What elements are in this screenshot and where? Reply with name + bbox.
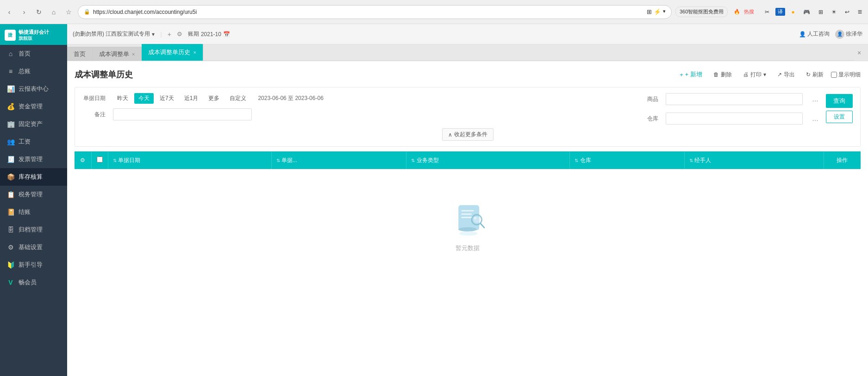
th-checkbox[interactable]	[91, 151, 108, 169]
sidebar-item-invoice[interactable]: 🧾 发票管理	[0, 150, 67, 168]
date-range: 2023-06-06 至 2023-06-06	[258, 94, 323, 102]
refresh-btn[interactable]: ↻ 刷新	[802, 69, 827, 81]
gamepad-icon[interactable]: 🎮	[801, 7, 812, 17]
ledger-icon: ≡	[6, 68, 15, 75]
company-dropdown-icon[interactable]: ▾	[152, 31, 155, 38]
logo-icon: 捷	[5, 30, 16, 41]
note-label: 备注	[82, 111, 106, 119]
chevron-down-icon[interactable]: ▾	[663, 8, 666, 15]
th-number[interactable]: ⇅ 单据...	[271, 151, 406, 169]
warehouse-more-icon[interactable]: …	[810, 115, 820, 122]
scissors-icon[interactable]: ✂	[762, 7, 772, 17]
flash-icon[interactable]: ⚡	[654, 8, 661, 15]
company-selector[interactable]: (勿删勿禁用) 江西股宝测试专用 ▾	[73, 30, 155, 38]
calendar-icon[interactable]: 📅	[223, 31, 230, 38]
warehouse-input[interactable]	[666, 113, 803, 125]
translate-icon[interactable]: 译	[775, 8, 785, 16]
svg-rect-2	[462, 210, 474, 212]
filter-settings-button[interactable]: 设置	[826, 111, 853, 123]
grid-icon[interactable]: ⊞	[816, 7, 825, 17]
home-button[interactable]: ⌂	[48, 6, 59, 18]
address-bar[interactable]: 🔒 https://cloud.chanjet.com/accounting/u…	[78, 5, 672, 19]
delete-icon: 🗑	[713, 71, 719, 78]
sidebar-item-home[interactable]: ⌂ 首页	[0, 45, 67, 63]
bookmark-button[interactable]: ☆	[63, 6, 74, 18]
back-button[interactable]: ‹	[4, 6, 15, 18]
main-content: (勿删勿禁用) 江西股宝测试专用 ▾ | + ⚙ 账期 2021-10 📅 👤 …	[67, 24, 868, 376]
collapse-btn[interactable]: ∧ 收起更多条件	[442, 128, 493, 141]
th-handler[interactable]: ⇅ 经手人	[685, 151, 824, 169]
delete-btn[interactable]: 🗑 删除	[710, 69, 736, 81]
tab-close-btn[interactable]: ×	[132, 51, 135, 57]
add-company-btn[interactable]: +	[168, 31, 171, 38]
export-btn[interactable]: ↗ 导出	[774, 69, 799, 81]
sidebar-item-tax[interactable]: 📋 税务管理	[0, 186, 67, 203]
print-btn[interactable]: 🖨 打印 ▾	[739, 69, 770, 81]
tab-cost-adj[interactable]: 成本调整单 ×	[93, 47, 142, 61]
tab-home[interactable]: 首页	[67, 47, 93, 61]
settings-gear-icon[interactable]: ⚙	[177, 31, 182, 38]
goods-input[interactable]	[666, 93, 803, 105]
sidebar-item-label: 库存核算	[19, 173, 43, 181]
sidebar-item-ledger[interactable]: ≡ 总账	[0, 63, 67, 80]
date-btn-today[interactable]: 今天	[134, 93, 154, 104]
th-warehouse[interactable]: ⇅ 仓库	[570, 151, 685, 169]
sidebar-item-closing[interactable]: 📔 结账	[0, 203, 67, 221]
brightness-icon[interactable]: ☀	[829, 7, 839, 17]
home-icon: ⌂	[6, 50, 15, 57]
sidebar-item-settings[interactable]: ⚙ 基础设置	[0, 238, 67, 256]
sidebar-logo: 捷 畅捷通好会计 旗舰版	[0, 24, 67, 45]
chevron-up-icon: ∧	[448, 132, 452, 138]
date-btn-custom[interactable]: 自定义	[225, 93, 250, 104]
window-close-btn[interactable]: ×	[854, 48, 864, 58]
query-button[interactable]: 查询	[826, 94, 853, 108]
note-input[interactable]	[113, 108, 252, 120]
apps-icon[interactable]: ⊞	[647, 8, 652, 15]
search-text[interactable]: 360智能抠图免费用	[675, 6, 728, 17]
sidebar-item-funds[interactable]: 💰 资金管理	[0, 98, 67, 115]
tab-cost-adj-history[interactable]: 成本调整单历史 ×	[142, 44, 203, 61]
invoice-icon: 🧾	[6, 156, 15, 163]
new-btn[interactable]: + + 新增	[676, 69, 706, 81]
tab-label: 首页	[74, 50, 86, 58]
select-all-checkbox[interactable]	[97, 157, 103, 163]
empty-row: 暂元数据	[75, 169, 861, 280]
undo-icon[interactable]: ↩	[843, 7, 852, 17]
tab-bar: 首页 成本调整单 × 成本调整单历史 × ×	[67, 44, 868, 61]
th-biz-type[interactable]: ⇅ 业务类型	[406, 151, 570, 169]
empty-illustration	[447, 197, 488, 238]
period-value: 2021-10	[201, 31, 221, 38]
refresh-button[interactable]: ↻	[33, 6, 44, 18]
sidebar-item-assets[interactable]: 🏢 固定资产	[0, 115, 67, 133]
sidebar-item-inventory[interactable]: 📦 库存核算	[0, 168, 67, 186]
show-cols-checkbox-label[interactable]: 显示明细	[831, 71, 861, 79]
svg-line-8	[481, 224, 484, 228]
coin-icon[interactable]: ●	[789, 7, 797, 17]
user-name: 徐泽华	[846, 30, 862, 38]
sidebar-item-reports[interactable]: 📊 云报表中心	[0, 80, 67, 98]
sidebar-item-payroll[interactable]: 👥 工资	[0, 133, 67, 150]
user-btn[interactable]: 👤 徐泽华	[835, 30, 862, 39]
service-btn[interactable]: 👤 人工咨询	[799, 30, 830, 38]
menu-icon[interactable]: ≡	[856, 6, 864, 18]
sidebar-item-archive[interactable]: 🗄 归档管理	[0, 221, 67, 238]
sidebar-item-guide[interactable]: 🔰 新手引导	[0, 256, 67, 274]
date-btn-yesterday[interactable]: 昨天	[113, 93, 132, 104]
goods-more-icon[interactable]: …	[810, 95, 820, 103]
date-btn-7days[interactable]: 近7天	[156, 93, 178, 104]
settings-icon: ⚙	[6, 244, 15, 251]
sidebar-item-label: 首页	[19, 50, 31, 58]
closing-icon: 📔	[6, 208, 15, 216]
th-date[interactable]: ⇅ 单据日期	[108, 151, 271, 169]
forward-button[interactable]: ›	[19, 6, 30, 18]
date-btn-1month[interactable]: 近1月	[180, 93, 203, 104]
sidebar-item-label: 发票管理	[19, 155, 43, 163]
sidebar-item-vip[interactable]: V 畅会员	[0, 274, 67, 291]
gear-icon: ⚙	[80, 157, 85, 163]
tab-close-btn[interactable]: ×	[193, 50, 196, 55]
date-btn-more[interactable]: 更多	[204, 93, 224, 104]
show-cols-checkbox[interactable]	[831, 72, 837, 78]
reports-icon: 📊	[6, 85, 15, 93]
th-settings[interactable]: ⚙	[75, 151, 91, 169]
print-dropdown-icon[interactable]: ▾	[763, 71, 766, 78]
